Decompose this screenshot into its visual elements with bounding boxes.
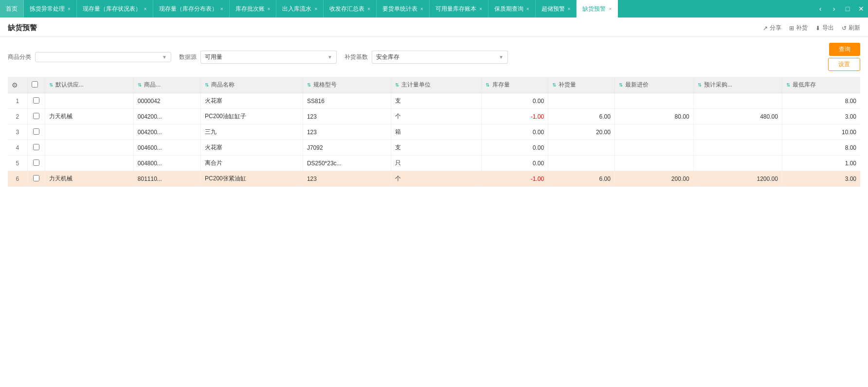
tab-inventory-dist[interactable]: 现存量（库存分布表） × xyxy=(153,0,230,18)
tab-close-expiry-query[interactable]: × xyxy=(526,6,529,12)
restock-action[interactable]: ⊞ 补货 xyxy=(789,24,808,32)
refresh-icon: ↺ xyxy=(842,25,847,32)
row-number: 2 xyxy=(8,109,27,124)
tab-batch-account[interactable]: 库存批次账 × xyxy=(230,0,277,18)
col-gear[interactable]: ⚙ xyxy=(8,77,27,93)
export-action[interactable]: ⬇ 导出 xyxy=(815,24,834,32)
sort-icon-latest-price: ⇅ xyxy=(619,82,623,88)
tab-avail-ledger[interactable]: 可用量库存账本 × xyxy=(430,0,488,18)
col-product-code[interactable]: ⇅ 商品... xyxy=(133,77,200,93)
sort-icon-supplier: ⇅ xyxy=(49,82,53,88)
tab-scroll-right[interactable]: › xyxy=(827,0,841,18)
row-checkbox-cell[interactable] xyxy=(27,124,45,140)
row-latest-price: 80.00 xyxy=(615,109,693,124)
row-min-stock: 1.00 xyxy=(782,156,860,171)
row-checkbox-cell[interactable] xyxy=(27,93,45,109)
col-unit[interactable]: ⇅ 主计量单位 xyxy=(391,77,481,93)
gear-icon[interactable]: ⚙ xyxy=(12,81,18,89)
col-est-purchase[interactable]: ⇅ 预计采购... xyxy=(693,77,782,93)
col-stock[interactable]: ⇅ 库存量 xyxy=(482,77,548,93)
row-number: 4 xyxy=(8,140,27,156)
filter-bar: 商品分类 ▼ 数据源 可用量 ▼ 补货基数 安全库存 ▼ 查询 设置 xyxy=(0,37,868,77)
tab-close-shortage[interactable]: × xyxy=(609,6,612,12)
row-supplier xyxy=(45,93,133,109)
row-checkbox-cell[interactable] xyxy=(27,171,45,187)
restock-base-value: 安全库存 xyxy=(376,53,399,61)
tab-close-all[interactable]: ✕ xyxy=(854,0,868,18)
row-number: 1 xyxy=(8,93,27,109)
row-product-code: 0000042 xyxy=(133,93,200,109)
row-product-code: 004800... xyxy=(133,156,200,171)
category-arrow-icon: ▼ xyxy=(162,54,167,60)
row-latest-price xyxy=(615,124,693,140)
row-checkbox[interactable] xyxy=(33,128,39,135)
col-spec[interactable]: ⇅ 规格型号 xyxy=(303,77,391,93)
shortage-table: ⚙ ⇅ 默认供应... ⇅ 商品... ⇅ 商品名称 xyxy=(8,77,860,187)
row-checkbox-cell[interactable] xyxy=(27,109,45,124)
sort-icon-product-name: ⇅ xyxy=(205,82,209,88)
restock-icon: ⊞ xyxy=(789,25,794,32)
tab-scroll-left[interactable]: ‹ xyxy=(814,0,827,18)
row-unit: 个 xyxy=(391,171,481,187)
col-latest-price[interactable]: ⇅ 最新进价 xyxy=(615,77,693,93)
tab-order-stats[interactable]: 要货单统计表 × xyxy=(377,0,430,18)
tab-recv-summary[interactable]: 收发存汇总表 × xyxy=(324,0,377,18)
row-product-code: 004200... xyxy=(133,109,200,124)
tab-close-inventory-dist[interactable]: × xyxy=(220,6,223,12)
query-button[interactable]: 查询 xyxy=(829,43,860,56)
tab-home[interactable]: 首页 xyxy=(0,0,24,18)
tab-inventory-status[interactable]: 现存量（库存状况表） × xyxy=(77,0,153,18)
tab-close-recv-summary[interactable]: × xyxy=(367,6,370,12)
row-product-name: 火花塞 xyxy=(201,93,303,109)
row-spec: J7092 xyxy=(303,140,391,156)
category-select[interactable]: ▼ xyxy=(35,52,171,62)
tab-close-avail-ledger[interactable]: × xyxy=(479,6,482,12)
table-row: 2 力天机械 004200... PC200油缸缸子 123 个 -1.00 6… xyxy=(8,109,860,124)
tab-expiry-query[interactable]: 保质期查询 × xyxy=(488,0,536,18)
col-checkbox xyxy=(27,77,45,93)
row-supplier: 力天机械 xyxy=(45,171,133,187)
row-checkbox[interactable] xyxy=(33,144,39,150)
tab-close-batch-account[interactable]: × xyxy=(268,6,271,12)
export-label: 导出 xyxy=(822,24,834,32)
row-product-name: 三九 xyxy=(201,124,303,140)
tab-close-inventory-status[interactable]: × xyxy=(144,6,147,12)
row-checkbox[interactable] xyxy=(33,175,39,181)
tab-close-order-stats[interactable]: × xyxy=(420,6,423,12)
row-est-purchase: 480.00 xyxy=(693,109,782,124)
col-supplier[interactable]: ⇅ 默认供应... xyxy=(45,77,133,93)
settings-button[interactable]: 设置 xyxy=(828,58,860,71)
col-product-name[interactable]: ⇅ 商品名称 xyxy=(201,77,303,93)
col-restock-qty[interactable]: ⇅ 补货量 xyxy=(548,77,615,93)
tab-close-abnormal[interactable]: × xyxy=(68,6,71,12)
refresh-action[interactable]: ↺ 刷新 xyxy=(842,24,860,32)
datasource-select[interactable]: 可用量 ▼ xyxy=(200,51,337,64)
row-restock-qty xyxy=(548,140,615,156)
tab-close-inout-flow[interactable]: × xyxy=(314,6,317,12)
tab-restore[interactable]: □ xyxy=(841,0,854,18)
row-checkbox[interactable] xyxy=(33,113,39,119)
select-all-checkbox[interactable] xyxy=(32,81,38,88)
row-supplier xyxy=(45,140,133,156)
row-spec: 123 xyxy=(303,109,391,124)
share-action[interactable]: ↗ 分享 xyxy=(763,24,781,32)
col-min-stock[interactable]: ⇅ 最低库存 xyxy=(782,77,860,93)
row-number: 5 xyxy=(8,156,27,171)
tab-overstock[interactable]: 超储预警 × xyxy=(536,0,577,18)
row-stock: 0.00 xyxy=(482,93,548,109)
tab-shortage[interactable]: 缺货预警 × xyxy=(577,0,618,18)
row-supplier xyxy=(45,156,133,171)
main-content: 缺货预警 ↗ 分享 ⊞ 补货 ⬇ 导出 ↺ 刷新 商品分类 xyxy=(0,18,868,387)
table-body: 1 0000042 火花塞 SS816 支 0.00 8.00 2 力天机械 0… xyxy=(8,93,860,187)
row-checkbox[interactable] xyxy=(33,159,39,166)
row-checkbox[interactable] xyxy=(33,97,39,104)
row-restock-qty xyxy=(548,156,615,171)
tab-close-overstock[interactable]: × xyxy=(568,6,571,12)
row-latest-price xyxy=(615,156,693,171)
restock-base-select[interactable]: 安全库存 ▼ xyxy=(372,51,508,64)
row-checkbox-cell[interactable] xyxy=(27,156,45,171)
row-spec: SS816 xyxy=(303,93,391,109)
row-checkbox-cell[interactable] xyxy=(27,140,45,156)
tab-abnormal[interactable]: 拣货异常处理 × xyxy=(24,0,77,18)
tab-inout-flow[interactable]: 出入库流水 × xyxy=(276,0,324,18)
